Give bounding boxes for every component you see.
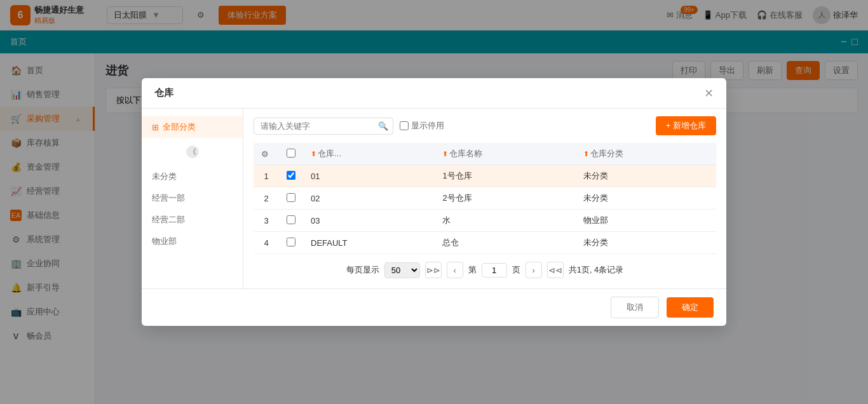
sort-icon: ⬆ xyxy=(311,150,316,158)
add-warehouse-button[interactable]: + 新增仓库 xyxy=(656,116,716,135)
per-page-select[interactable]: 50 100 xyxy=(384,262,420,278)
dialog-overlay: 仓库 ✕ ⊞ 全部分类 《 未分类 经营一部 xyxy=(0,0,868,404)
page-number-input[interactable] xyxy=(482,263,507,278)
dialog-sidebar-item-property[interactable]: 物业部 xyxy=(142,231,243,252)
table-row[interactable]: 4 DEFAULT 总仓 未分类 xyxy=(254,232,716,254)
table-row[interactable]: 1 01 1号仓库 未分类 xyxy=(254,165,716,187)
td-checkbox[interactable] xyxy=(279,232,303,254)
td-num: 2 xyxy=(254,187,279,210)
search-icon[interactable]: 🔍 xyxy=(378,121,388,131)
show-disabled-checkbox[interactable] xyxy=(400,121,409,130)
dialog-sidebar-item-all[interactable]: ⊞ 全部分类 xyxy=(142,116,243,138)
td-name: 水 xyxy=(435,210,575,232)
dialog-sidebar: ⊞ 全部分类 《 未分类 经营一部 经营二部 物业部 xyxy=(142,109,243,288)
dialog-sidebar-item-unclassified[interactable]: 未分类 xyxy=(142,166,243,187)
td-category: 未分类 xyxy=(576,187,716,210)
td-checkbox[interactable] xyxy=(279,165,303,187)
confirm-button[interactable]: 确定 xyxy=(667,297,714,318)
warehouse-table: ⚙ ⬆仓库... ⬆仓库名称 ⬆仓库分类 1 01 1号仓库 未分类 2 02 xyxy=(254,143,716,254)
td-code: 01 xyxy=(303,165,435,187)
sort-icon-category: ⬆ xyxy=(583,150,589,158)
td-checkbox[interactable] xyxy=(279,187,303,210)
td-code: 03 xyxy=(303,210,435,232)
th-code: ⬆仓库... xyxy=(303,143,435,165)
th-name: ⬆仓库名称 xyxy=(435,143,575,165)
table-row[interactable]: 2 02 2号仓库 未分类 xyxy=(254,187,716,210)
search-input[interactable] xyxy=(254,118,393,135)
cancel-button[interactable]: 取消 xyxy=(611,297,659,318)
sidebar-collapse-button[interactable]: 《 xyxy=(186,145,199,158)
select-all-checkbox[interactable] xyxy=(287,149,295,158)
th-checkbox xyxy=(279,143,303,165)
th-category: ⬆仓库分类 xyxy=(576,143,716,165)
row-checkbox[interactable] xyxy=(287,193,295,202)
table-container: ⚙ ⬆仓库... ⬆仓库名称 ⬆仓库分类 1 01 1号仓库 未分类 2 02 xyxy=(254,143,716,254)
dialog-header: 仓库 ✕ xyxy=(142,78,726,109)
next-page-button[interactable]: › xyxy=(526,262,542,278)
dialog-toolbar: 🔍 显示停用 + 新增仓库 xyxy=(254,116,716,135)
td-category: 未分类 xyxy=(576,165,716,187)
dialog-footer: 取消 确定 xyxy=(142,288,726,326)
td-category: 未分类 xyxy=(576,232,716,254)
dialog-close-button[interactable]: ✕ xyxy=(704,88,714,99)
first-page-button[interactable]: ⊳⊳ xyxy=(425,262,442,278)
td-num: 4 xyxy=(254,232,279,254)
dialog-sidebar-item-dept1[interactable]: 经营一部 xyxy=(142,187,243,209)
th-gear: ⚙ xyxy=(254,143,279,165)
td-checkbox[interactable] xyxy=(279,210,303,232)
row-checkbox[interactable] xyxy=(287,171,295,180)
row-checkbox[interactable] xyxy=(287,215,295,224)
td-num: 3 xyxy=(254,210,279,232)
td-name: 1号仓库 xyxy=(435,165,575,187)
table-header-row: ⚙ ⬆仓库... ⬆仓库名称 ⬆仓库分类 xyxy=(254,143,716,165)
show-disabled-label[interactable]: 显示停用 xyxy=(400,120,444,131)
td-name: 总仓 xyxy=(435,232,575,254)
prev-page-button[interactable]: ‹ xyxy=(447,262,463,278)
td-code: DEFAULT xyxy=(303,232,435,254)
dialog-sidebar-item-dept2[interactable]: 经营二部 xyxy=(142,209,243,231)
pagination: 每页显示 50 100 ⊳⊳ ‹ 第 页 › ⊲⊲ 共1页, 4条记录 xyxy=(254,254,716,281)
total-info: 共1页, 4条记录 xyxy=(569,264,624,276)
row-checkbox[interactable] xyxy=(287,238,295,246)
td-num: 1 xyxy=(254,165,279,187)
settings-icon: ⚙ xyxy=(261,149,269,159)
td-name: 2号仓库 xyxy=(435,187,575,210)
sort-icon-name: ⬆ xyxy=(442,150,448,158)
dialog-main: 🔍 显示停用 + 新增仓库 ⚙ xyxy=(243,109,726,288)
dialog-body: ⊞ 全部分类 《 未分类 经营一部 经营二部 物业部 xyxy=(142,109,726,288)
search-wrap: 🔍 xyxy=(254,118,393,135)
warehouse-dialog: 仓库 ✕ ⊞ 全部分类 《 未分类 经营一部 xyxy=(142,78,726,326)
table-row[interactable]: 3 03 水 物业部 xyxy=(254,210,716,232)
grid-icon: ⊞ xyxy=(152,123,159,132)
td-category: 物业部 xyxy=(576,210,716,232)
dialog-title: 仓库 xyxy=(154,87,173,99)
td-code: 02 xyxy=(303,187,435,210)
last-page-button[interactable]: ⊲⊲ xyxy=(547,262,564,278)
